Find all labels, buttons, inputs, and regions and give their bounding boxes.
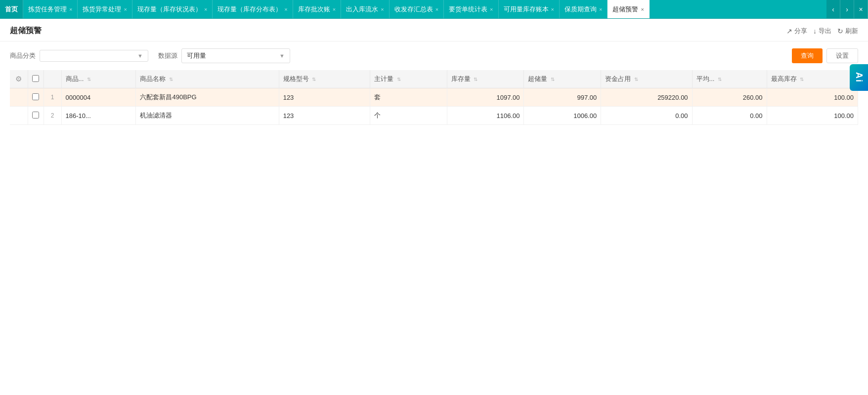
row-checkbox-1[interactable] [28, 107, 43, 125]
filter-category-arrow: ▼ [137, 53, 143, 59]
sort-capital-icon[interactable]: ⇅ [634, 77, 638, 82]
nav-arrow-left[interactable]: ‹ [826, 0, 840, 18]
th-avg-label: 平均... [696, 75, 715, 82]
th-avg[interactable]: 平均... ⇅ [692, 70, 767, 88]
nav-stock-status[interactable]: 现存量（库存状况表） × [132, 0, 213, 18]
nav-expiry-query-label: 保质期查询 [564, 5, 597, 14]
nav-home[interactable]: 首页 [0, 0, 23, 18]
row-settings-0 [10, 88, 28, 107]
nav-pick-exception-close[interactable]: × [124, 6, 127, 12]
row-spec-1: 123 [279, 107, 370, 125]
sort-unit-icon[interactable]: ⇅ [397, 77, 401, 82]
th-max-stock[interactable]: 最高库存 ⇅ [767, 70, 858, 88]
share-label: 分享 [794, 27, 807, 36]
nav-over-stock[interactable]: 超储预警 × [608, 0, 649, 18]
header-actions: ↗ 分享 ↓ 导出 ↻ 刷新 [786, 27, 858, 36]
nav-inout-flow-label: 出入库流水 [346, 5, 378, 14]
row-product-code-1: 186-10... [61, 107, 136, 125]
nav-stock-batch-close[interactable]: × [333, 6, 336, 12]
export-icon: ↓ [813, 27, 817, 35]
sort-product-code-icon[interactable]: ⇅ [87, 77, 91, 82]
nav-avail-ledger-close[interactable]: × [551, 6, 554, 12]
th-product-code[interactable]: 商品... ⇅ [61, 70, 136, 88]
row-product-name-0: 六配套新昌490BPG [136, 88, 279, 107]
filter-category-label: 商品分类 [10, 51, 36, 60]
row-checkbox-0[interactable] [28, 88, 43, 107]
row-select-0[interactable] [32, 93, 39, 100]
main-content: 超储预警 ↗ 分享 ↓ 导出 ↻ 刷新 商品分类 ▼ 数据源 [0, 19, 868, 395]
data-table: ⚙ 商品... ⇅ 商品名称 ⇅ 规格型号 [10, 70, 858, 125]
row-over-qty-0: 997.00 [524, 88, 601, 107]
top-nav: 首页 拣货任务管理 × 拣货异常处理 × 现存量（库存状况表） × 现存量（库存… [0, 0, 868, 19]
nav-inout-flow[interactable]: 出入库流水 × [341, 0, 389, 18]
refresh-label: 刷新 [845, 27, 858, 36]
select-all-checkbox[interactable] [32, 75, 39, 82]
set-button[interactable]: 设置 [826, 48, 858, 63]
th-stock-qty[interactable]: 库存量 ⇅ [447, 70, 524, 88]
th-unit-label: 主计量 [374, 75, 393, 82]
th-capital[interactable]: 资金占用 ⇅ [601, 70, 692, 88]
nav-stock-status-label: 现存量（库存状况表） [137, 5, 202, 14]
sort-over-qty-icon[interactable]: ⇅ [551, 77, 555, 82]
nav-arrow-close[interactable]: × [854, 0, 868, 18]
nav-avail-ledger[interactable]: 可用量库存账本 × [499, 0, 560, 18]
settings-gear-icon[interactable]: ⚙ [15, 75, 22, 83]
th-product-name[interactable]: 商品名称 ⇅ [136, 70, 279, 88]
filter-datasource-label: 数据源 [158, 51, 177, 60]
row-spec-0: 123 [279, 88, 370, 107]
th-unit[interactable]: 主计量 ⇅ [370, 70, 447, 88]
nav-stock-status-close[interactable]: × [204, 6, 207, 12]
sort-avg-icon[interactable]: ⇅ [718, 77, 722, 82]
nav-stock-dist-label: 现存量（库存分布表） [217, 5, 282, 14]
th-spec[interactable]: 规格型号 ⇅ [279, 70, 370, 88]
nav-pick-task[interactable]: 拣货任务管理 × [23, 0, 78, 18]
th-product-code-label: 商品... [66, 75, 84, 82]
ai-badge[interactable]: Ai [850, 64, 868, 91]
th-product-name-label: 商品名称 [140, 75, 166, 82]
share-button[interactable]: ↗ 分享 [786, 27, 807, 36]
nav-pick-task-close[interactable]: × [69, 6, 72, 12]
nav-arrow-right[interactable]: › [840, 0, 854, 18]
row-avg-1: 0.00 [692, 107, 767, 125]
export-label: 导出 [819, 27, 831, 36]
nav-expiry-query[interactable]: 保质期查询 × [560, 0, 608, 18]
sort-max-stock-icon[interactable]: ⇅ [800, 77, 804, 82]
nav-recv-summary-label: 收发存汇总表 [394, 5, 433, 14]
th-capital-label: 资金占用 [605, 75, 631, 82]
export-button[interactable]: ↓ 导出 [813, 27, 831, 36]
refresh-button[interactable]: ↻ 刷新 [837, 27, 858, 36]
nav-stock-dist[interactable]: 现存量（库存分布表） × [213, 0, 293, 18]
table-row: 2 186-10... 机油滤清器 123 个 1106.00 1006.00 … [10, 107, 858, 125]
nav-arrow-group: ‹ › × [826, 0, 868, 18]
nav-stock-batch-label: 库存批次账 [298, 5, 330, 14]
th-settings: ⚙ [10, 70, 28, 88]
sort-product-name-icon[interactable]: ⇅ [169, 77, 173, 82]
th-stock-qty-label: 库存量 [451, 75, 471, 82]
nav-stock-dist-close[interactable]: × [284, 6, 287, 12]
nav-recv-summary-close[interactable]: × [435, 6, 438, 12]
th-over-qty[interactable]: 超储量 ⇅ [524, 70, 601, 88]
sort-stock-qty-icon[interactable]: ⇅ [474, 77, 477, 82]
filter-category-select[interactable]: ▼ [40, 50, 148, 62]
share-icon: ↗ [786, 27, 792, 35]
nav-stock-batch[interactable]: 库存批次账 × [293, 0, 341, 18]
filter-category-group: 商品分类 ▼ [10, 50, 148, 62]
nav-expiry-query-close[interactable]: × [599, 6, 602, 12]
row-unit-0: 套 [370, 88, 447, 107]
nav-order-stats-close[interactable]: × [490, 6, 493, 12]
refresh-icon: ↻ [837, 27, 843, 35]
nav-order-stats[interactable]: 要货单统计表 × [444, 0, 498, 18]
page-header: 超储预警 ↗ 分享 ↓ 导出 ↻ 刷新 [0, 19, 868, 41]
row-product-code-0: 0000004 [61, 88, 136, 107]
nav-pick-exception[interactable]: 拣货异常处理 × [78, 0, 132, 18]
query-button[interactable]: 查询 [792, 48, 823, 63]
sort-spec-icon[interactable]: ⇅ [312, 77, 316, 82]
nav-home-label: 首页 [5, 5, 18, 14]
nav-recv-summary[interactable]: 收发存汇总表 × [390, 0, 444, 18]
row-select-1[interactable] [32, 112, 39, 118]
nav-inout-flow-close[interactable]: × [381, 6, 384, 12]
filter-datasource-select[interactable]: 可用量 ▼ [181, 48, 290, 63]
nav-over-stock-close[interactable]: × [641, 6, 644, 12]
filter-datasource-arrow: ▼ [279, 53, 285, 59]
row-num-0: 1 [43, 88, 61, 107]
